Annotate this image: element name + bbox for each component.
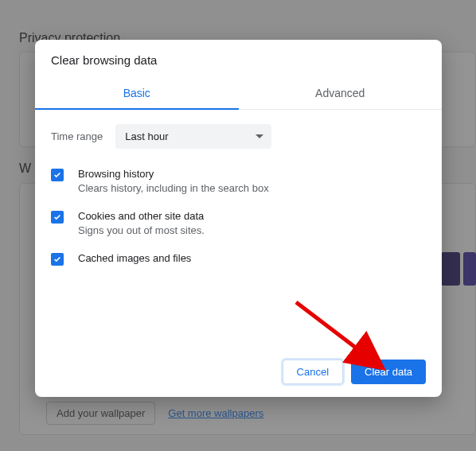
checkbox-cookies[interactable] (51, 211, 64, 224)
chevron-down-icon (256, 134, 263, 138)
check-label: Browsing history (78, 168, 269, 180)
clear-data-button[interactable]: Clear data (351, 360, 426, 384)
time-range-dropdown[interactable]: Last hour (115, 124, 271, 149)
check-label: Cached images and files (78, 252, 191, 264)
tab-advanced[interactable]: Advanced (239, 78, 443, 109)
dialog-body: Time range Last hour Browsing history Cl… (35, 110, 442, 348)
check-text: Cached images and files (78, 252, 191, 264)
time-range-label: Time range (51, 130, 103, 142)
checkmark-icon (53, 171, 61, 179)
tab-bar: Basic Advanced (35, 78, 442, 110)
check-desc: Clears history, including in the search … (78, 182, 269, 194)
dialog-title: Clear browsing data (35, 40, 442, 78)
time-range-row: Time range Last hour (51, 124, 426, 149)
checkmark-icon (53, 255, 61, 263)
time-range-value: Last hour (125, 130, 168, 142)
check-desc: Signs you out of most sites. (78, 224, 205, 236)
checkbox-cache[interactable] (51, 253, 64, 266)
check-text: Browsing history Clears history, includi… (78, 168, 269, 194)
dialog-footer: Cancel Clear data (35, 348, 442, 397)
cancel-button[interactable]: Cancel (283, 360, 343, 384)
check-row-cookies: Cookies and other site data Signs you ou… (51, 210, 426, 236)
tab-basic[interactable]: Basic (35, 78, 239, 109)
check-label: Cookies and other site data (78, 210, 205, 222)
checkmark-icon (53, 213, 61, 221)
clear-browsing-data-dialog: Clear browsing data Basic Advanced Time … (35, 40, 442, 397)
check-row-browsing-history: Browsing history Clears history, includi… (51, 168, 426, 194)
check-text: Cookies and other site data Signs you ou… (78, 210, 205, 236)
check-row-cache: Cached images and files (51, 252, 426, 266)
checkbox-browsing-history[interactable] (51, 169, 64, 181)
